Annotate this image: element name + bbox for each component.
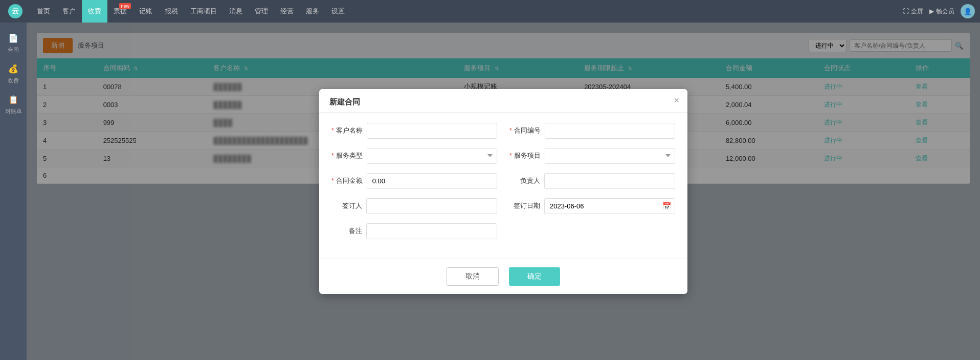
sign-date-label: 签订日期 [509,201,540,210]
confirm-button[interactable]: 确定 [509,267,560,286]
sign-date-input[interactable] [544,198,675,214]
nav-item-business[interactable]: 工商项目 [184,0,223,23]
form-group-service-type: 服务类型 [331,148,497,164]
nav-item-home[interactable]: 首页 [31,0,56,23]
service-item-select[interactable] [545,148,675,164]
nav-item-tax[interactable]: 报税 [159,0,184,23]
app-logo: 云 [5,0,26,23]
form-row-2: 服务类型 服务项目 [331,148,675,164]
form-group-contract-no: 合同编号 [509,123,675,139]
nav-item-fee[interactable]: 收费 [82,0,107,23]
note-label: 备注 [331,226,362,236]
form-group-client: 客户名称 [331,123,497,139]
top-nav: 云 首页 客户 收费 票据 new 记账 报税 工商项目 消息 管理 经营 服务… [0,0,980,23]
sidebar-item-contract[interactable]: 📄 合同 [0,28,27,58]
form-row-1: 客户名称 合同编号 [331,123,675,139]
form-row-5: 备注 [331,223,675,239]
nav-item-message[interactable]: 消息 [223,0,249,23]
nav-item-manage[interactable]: 管理 [249,0,274,23]
note-input[interactable] [366,223,497,239]
logo-icon: 云 [8,4,23,18]
sidebar: 📄 合同 💰 收费 📋 对账单 [0,23,27,360]
nav-item-invoice[interactable]: 票据 new [107,0,133,23]
fullscreen-icon: ⛶ [903,8,909,15]
fullscreen-button[interactable]: ⛶ 全屏 [903,7,923,16]
form-group-amount: 合同金额 [331,173,497,189]
form-row-4: 签订人 签订日期 📅 [331,198,675,214]
form-group-sign-date: 签订日期 📅 [509,198,675,214]
sidebar-item-fee[interactable]: 💰 收费 [0,58,27,89]
client-name-label: 客户名称 [331,126,363,135]
amount-input[interactable] [367,173,497,189]
nav-item-service[interactable]: 服务 [300,0,325,23]
form-group-responsible: 负责人 [509,173,675,189]
form-group-note: 备注 [331,223,497,239]
modal-overlay: 新建合同 × 客户名称 合同编号 服务类型 [27,23,980,360]
avatar[interactable]: 👤 [961,4,975,18]
amount-label: 合同金额 [331,176,363,185]
cancel-button[interactable]: 取消 [447,267,499,286]
contract-no-label: 合同编号 [509,126,541,135]
dialog-title: 新建合同 [319,89,687,113]
responsible-input[interactable] [544,173,675,189]
responsible-label: 负责人 [509,176,540,185]
nav-item-client[interactable]: 客户 [56,0,82,23]
signer-input[interactable] [366,198,497,214]
statement-icon: 📋 [8,94,19,105]
nav-item-operation[interactable]: 经营 [274,0,300,23]
vip-button[interactable]: ▶ 畅会员 [929,7,954,16]
dialog-footer: 取消 确定 [319,259,687,294]
dialog-body: 客户名称 合同编号 服务类型 服务项目 [319,113,687,259]
contract-no-input[interactable] [545,123,675,139]
sign-date-wrapper: 📅 [544,198,675,214]
nav-right: ⛶ 全屏 ▶ 畅会员 👤 [903,4,975,18]
fee-icon: 💰 [8,63,19,75]
form-row-3: 合同金额 负责人 [331,173,675,189]
service-type-select[interactable] [367,148,497,164]
form-group-service-item: 服务项目 [509,148,675,164]
client-name-input[interactable] [367,123,497,139]
sidebar-item-statement[interactable]: 📋 对账单 [0,89,27,120]
calendar-icon[interactable]: 📅 [662,202,671,210]
nav-item-bookkeeping[interactable]: 记账 [133,0,159,23]
dialog: 新建合同 × 客户名称 合同编号 服务类型 [319,89,687,294]
vip-icon: ▶ [929,8,934,15]
nav-item-settings[interactable]: 设置 [325,0,351,23]
dialog-close-button[interactable]: × [674,95,679,106]
service-item-label: 服务项目 [509,151,541,160]
contract-icon: 📄 [8,33,19,44]
form-group-signer: 签订人 [331,198,497,214]
signer-label: 签订人 [331,201,362,210]
new-badge: new [119,3,131,9]
service-type-label: 服务类型 [331,151,363,160]
